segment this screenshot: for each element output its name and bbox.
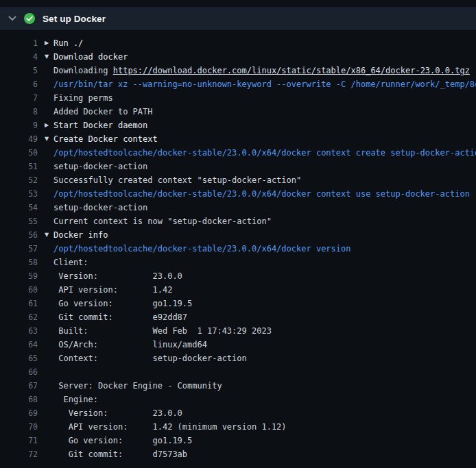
page-background-strip [0,0,476,7]
log-text: API version: 1.42 (minimum version 1.12) [53,420,476,434]
log-url-link[interactable]: https://download.docker.com/linux/static… [113,66,470,75]
log-segment: setup-docker-action [53,162,147,171]
log-segment: /opt/hostedtoolcache/docker-stable/23.0.… [53,244,350,254]
log-segment: Downloading [53,66,113,75]
log-text: Version: 23.0.0 [53,406,476,420]
line-number[interactable]: 9 [0,119,38,132]
log-text: Added Docker to PATH [53,105,476,119]
log-group-line[interactable]: 1 ▶ Run ./ [0,36,476,50]
gutter-spacer [45,187,53,201]
gutter-spacer [45,256,53,269]
line-number[interactable]: 72 [0,447,38,461]
log-segment: Go version: go1.19.5 [53,299,192,308]
log-segment: Git commit: e92dd87 [53,312,187,322]
line-number[interactable]: 52 [0,173,38,187]
line-number[interactable]: 7 [0,91,38,105]
log-text: Docker info [53,228,476,242]
log-segment: Context: setup-docker-action [53,354,247,363]
gutter-spacer [45,297,53,310]
log-text: Version: 23.0.0 [53,269,476,283]
log-line: 69 Version: 23.0.0 [0,406,476,420]
line-number[interactable]: 67 [0,379,38,393]
line-number[interactable]: 50 [0,146,38,160]
log-line: 7 Fixing perms [0,91,476,105]
line-number[interactable]: 69 [0,406,38,420]
line-number[interactable]: 70 [0,420,38,434]
line-number[interactable]: 63 [0,324,38,338]
log-line: 8 Added Docker to PATH [0,105,476,119]
log-text: Git commit: d7573ab [53,447,476,461]
line-number[interactable]: 68 [0,393,38,406]
line-number[interactable]: 54 [0,201,38,214]
line-number[interactable]: 4 [0,50,38,64]
log-text: /opt/hostedtoolcache/docker-stable/23.0.… [53,146,476,160]
log-line: 61 Go version: go1.19.5 [0,297,476,310]
log-segment: Server: Docker Engine - Community [53,381,222,391]
log-line: 6 /usr/bin/tar xz --warning=no-unknown-k… [0,77,476,91]
gutter-spacer [45,214,53,228]
line-number[interactable]: 57 [0,242,38,256]
log-text: Go version: go1.19.5 [53,434,476,447]
line-number[interactable]: 5 [0,64,38,77]
log-line: 60 API version: 1.42 [0,283,476,297]
log-group-line[interactable]: 56 ▼ Docker info [0,228,476,242]
gutter-spacer [45,146,53,160]
line-number[interactable]: 60 [0,283,38,297]
gutter-spacer [45,447,53,461]
gutter-spacer [45,393,53,406]
step-header[interactable]: Set up Docker [0,7,476,30]
line-number[interactable]: 65 [0,352,38,365]
log-segment: Docker info [53,230,108,240]
line-number[interactable]: 71 [0,434,38,447]
gutter-spacer [45,434,53,447]
log-line: 63 Built: Wed Feb 1 17:43:29 2023 [0,324,476,338]
group-collapsed-icon[interactable]: ▶ [45,36,53,50]
gutter-spacer [45,173,53,187]
log-segment: /opt/hostedtoolcache/docker-stable/23.0.… [53,189,470,199]
log-group-line[interactable]: 9 ▶ Start Docker daemon [0,119,476,132]
group-expanded-icon[interactable]: ▼ [45,50,53,64]
group-expanded-icon[interactable]: ▼ [45,228,53,242]
line-number[interactable]: 53 [0,187,38,201]
log-line: 70 API version: 1.42 (minimum version 1.… [0,420,476,434]
log-text: /opt/hostedtoolcache/docker-stable/23.0.… [53,187,476,201]
log-line: 51 setup-docker-action [0,160,476,173]
log-line: 52 Successfully created context "setup-d… [0,173,476,187]
line-number[interactable]: 66 [0,365,38,379]
log-segment: Create Docker context [53,134,158,144]
log-segment: /usr/bin/tar xz --warning=no-unknown-key… [53,79,476,89]
group-collapsed-icon[interactable]: ▶ [45,119,53,132]
line-number[interactable]: 8 [0,105,38,119]
log-group-line[interactable]: 4 ▼ Download docker [0,50,476,64]
chevron-down-icon[interactable] [8,14,16,23]
line-number[interactable]: 64 [0,338,38,352]
line-number[interactable]: 58 [0,256,38,269]
line-number[interactable]: 55 [0,214,38,228]
line-number[interactable]: 51 [0,160,38,173]
line-number[interactable]: 61 [0,297,38,310]
gutter-spacer [45,352,53,365]
log-text: Downloading https://download.docker.com/… [53,64,476,77]
line-number[interactable]: 6 [0,77,38,91]
log-text: setup-docker-action [53,201,476,214]
gutter-spacer [45,406,53,420]
log-text: Start Docker daemon [53,119,476,132]
log-segment: Client: [53,258,88,267]
log-group-line[interactable]: 49 ▼ Create Docker context [0,132,476,146]
log-line: 62 Git commit: e92dd87 [0,310,476,324]
log-text: OS/Arch: linux/amd64 [53,338,476,352]
line-number[interactable]: 49 [0,132,38,146]
gutter-spacer [45,77,53,91]
gutter-spacer [45,105,53,119]
line-number[interactable]: 1 [0,36,38,50]
log-segment: API version: 1.42 [53,285,172,295]
log-text: Server: Docker Engine - Community [53,379,476,393]
log-segment: Fixing perms [53,93,113,103]
log-text: /usr/bin/tar xz --warning=no-unknown-key… [53,77,476,91]
group-expanded-icon[interactable]: ▼ [45,132,53,146]
line-number[interactable]: 56 [0,228,38,242]
log-line: 53 /opt/hostedtoolcache/docker-stable/23… [0,187,476,201]
line-number[interactable]: 62 [0,310,38,324]
gutter-spacer [45,160,53,173]
line-number[interactable]: 59 [0,269,38,283]
